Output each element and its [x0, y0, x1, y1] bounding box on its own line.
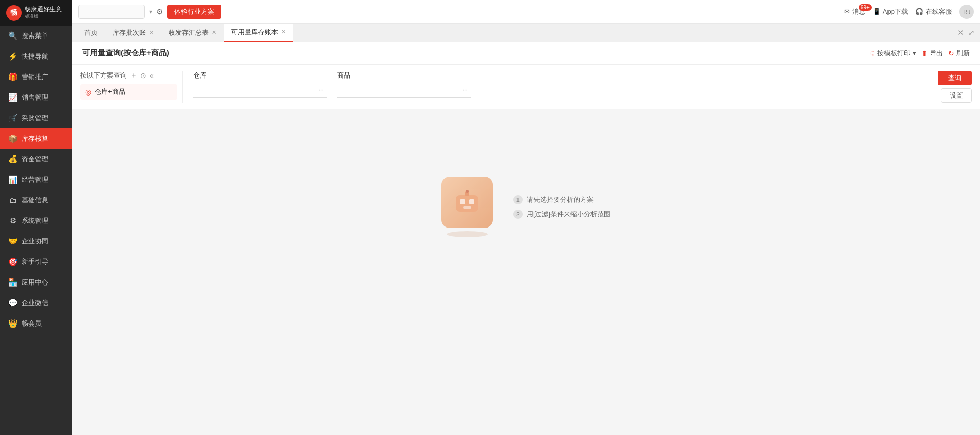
tab-label-home: 首页 [84, 28, 98, 37]
sidebar-item-purchase[interactable]: 🛒采购管理 [0, 108, 72, 128]
page-content: 可用量查询(按仓库+商品) 🖨 按模板打印 ▾ ⬆ 导出 ↻ 刷新 [72, 42, 980, 435]
sidebar-item-wechat[interactable]: 💬企业微信 [0, 293, 72, 313]
empty-state: 1 请先选择要分析的方案 2 用[过滤]条件来缩小分析范围 [72, 109, 980, 305]
tab-close-batch-ledger[interactable]: ✕ [149, 29, 154, 36]
close-window-icon[interactable]: ✕ [957, 28, 964, 37]
message-badge: 99+ [859, 4, 872, 11]
topbar-chevron-icon[interactable]: ▾ [149, 8, 152, 15]
topbar-online-service[interactable]: 🎧 在线客服 [915, 7, 952, 16]
sidebar-label-basic: 基础信息 [22, 196, 48, 205]
query-field-goods: 商品 ··· [337, 71, 471, 98]
query-actions: 查询 设置 [938, 71, 972, 103]
empty-hint-2: 2 用[过滤]条件来缩小分析范围 [513, 210, 611, 219]
window-controls: ✕ ⤢ [957, 28, 975, 37]
sidebar-item-membership[interactable]: 👑畅会员 [0, 313, 72, 334]
svg-rect-0 [456, 195, 478, 212]
sidebar-item-system[interactable]: ⚙系统管理 [0, 211, 72, 231]
svg-rect-1 [460, 199, 465, 204]
empty-hint-1: 1 请先选择要分析的方案 [513, 195, 611, 204]
sidebar-icon-search: 🔍 [8, 31, 17, 41]
tab-label-available-qty: 可用量库存账本 [231, 28, 278, 37]
sidebar-icon-system: ⚙ [8, 216, 17, 225]
sidebar-item-finance[interactable]: 💰资金管理 [0, 149, 72, 169]
sidebar-label-onboarding: 新手引导 [22, 257, 48, 267]
query-field-warehouse: 仓库 ··· [193, 71, 327, 98]
scheme-item-warehouse-goods[interactable]: ◎ 仓库+商品 [80, 84, 177, 100]
sidebar-label-system: 系统管理 [22, 216, 48, 225]
sidebar-icon-onboarding: 🎯 [8, 257, 17, 267]
sidebar-item-basic[interactable]: 🗂基础信息 [0, 190, 72, 211]
export-icon: ⬆ [921, 49, 928, 58]
topbar-right: ✉ 消息 99+ 📱 App下载 🎧 在线客服 Rit [844, 5, 974, 19]
empty-hint-1-text: 请先选择要分析的方案 [527, 195, 594, 204]
sidebar-item-quick-nav[interactable]: ⚡快捷导航 [0, 46, 72, 67]
settings-button[interactable]: 设置 [941, 88, 972, 103]
sidebar-icon-membership: 👑 [8, 319, 17, 328]
trial-industry-button[interactable]: 体验行业方案 [167, 5, 221, 19]
field-goods-label: 商品 [337, 71, 471, 80]
sidebar-item-search[interactable]: 🔍搜索菜单 [0, 26, 72, 46]
logo-badge: 标准版 [25, 13, 62, 20]
settings-scheme-icon[interactable]: ⊙ [140, 71, 146, 80]
sidebar-item-inventory[interactable]: 📦库存核算 [0, 128, 72, 149]
tab-batch-ledger[interactable]: 库存批次账✕ [105, 24, 161, 42]
sidebar-icon-sales: 📈 [8, 93, 17, 102]
topbar-app-download[interactable]: 📱 App下载 [873, 7, 908, 16]
sidebar-icon-purchase: 🛒 [8, 114, 17, 123]
field-goods-input[interactable]: ··· [337, 82, 471, 98]
tab-label-batch-ledger: 库存批次账 [113, 28, 146, 37]
add-scheme-icon[interactable]: ＋ [130, 71, 137, 80]
scheme-item-label: 仓库+商品 [95, 87, 125, 97]
query-section-title: 按以下方案查询 [80, 71, 127, 80]
empty-robot-icon [441, 177, 493, 228]
tab-close-receipt-summary[interactable]: ✕ [212, 29, 216, 36]
refresh-button[interactable]: ↻ 刷新 [948, 49, 970, 58]
sidebar-label-quick-nav: 快捷导航 [22, 52, 48, 61]
goods-more-icon[interactable]: ··· [462, 86, 468, 93]
query-button[interactable]: 查询 [938, 71, 972, 85]
field-warehouse-label: 仓库 [193, 71, 327, 80]
topbar-gear-icon[interactable]: ⚙ [156, 7, 163, 16]
topbar-search-input[interactable] [78, 5, 145, 19]
page-header-actions: 🖨 按模板打印 ▾ ⬆ 导出 ↻ 刷新 [868, 49, 970, 58]
sidebar-item-enterprise[interactable]: 🤝企业协同 [0, 231, 72, 252]
svg-rect-3 [463, 206, 471, 209]
sidebar-icon-appstore: 🏪 [8, 278, 17, 287]
sidebar-item-marketing[interactable]: 🎁营销推广 [0, 67, 72, 87]
print-chevron-icon: ▾ [913, 49, 916, 57]
sidebar-item-operations[interactable]: 📊经营管理 [0, 169, 72, 190]
print-icon: 🖨 [868, 49, 875, 58]
print-template-button[interactable]: 🖨 按模板打印 ▾ [868, 49, 916, 58]
tabbar: 首页库存批次账✕收发存汇总表✕可用量库存账本✕ ✕ ⤢ [72, 24, 980, 42]
user-avatar[interactable]: Rit [959, 5, 974, 19]
sidebar-label-inventory: 库存核算 [22, 134, 48, 143]
warehouse-more-icon[interactable]: ··· [318, 86, 324, 93]
sidebar-item-appstore[interactable]: 🏪应用中心 [0, 272, 72, 293]
collapse-scheme-icon[interactable]: « [150, 71, 154, 80]
svg-point-5 [466, 190, 469, 193]
sidebar-label-finance: 资金管理 [22, 155, 48, 164]
field-warehouse-input[interactable]: ··· [193, 82, 327, 98]
empty-shadow [447, 231, 488, 237]
topbar-message[interactable]: ✉ 消息 99+ [844, 7, 865, 16]
tab-receipt-summary[interactable]: 收发存汇总表✕ [161, 24, 224, 42]
logo-icon: 畅 [6, 5, 22, 21]
maximize-window-icon[interactable]: ⤢ [968, 28, 975, 37]
sidebar-item-sales[interactable]: 📈销售管理 [0, 87, 72, 108]
sidebar-nav: 🔍搜索菜单⚡快捷导航🎁营销推广📈销售管理🛒采购管理📦库存核算💰资金管理📊经营管理… [0, 26, 72, 435]
tab-close-available-qty[interactable]: ✕ [281, 29, 286, 35]
empty-hints: 1 请先选择要分析的方案 2 用[过滤]条件来缩小分析范围 [513, 195, 611, 219]
topbar: ▾ ⚙ 体验行业方案 ✉ 消息 99+ 📱 App下载 🎧 在线客服 Rit [72, 0, 980, 24]
tab-available-qty[interactable]: 可用量库存账本✕ [224, 24, 293, 42]
sidebar-icon-quick-nav: ⚡ [8, 52, 17, 61]
sidebar-item-onboarding[interactable]: 🎯新手引导 [0, 252, 72, 272]
tab-home[interactable]: 首页 [77, 24, 105, 42]
query-area: 按以下方案查询 ＋ ⊙ « ◎ 仓库+商品 仓库 ··· [72, 65, 980, 109]
export-button[interactable]: ⬆ 导出 [921, 49, 943, 58]
logo-name: 畅康通好生意 [25, 6, 62, 14]
page-title: 可用量查询(按仓库+商品) [82, 48, 169, 58]
sidebar-icon-enterprise: 🤝 [8, 237, 17, 246]
sidebar-icon-marketing: 🎁 [8, 72, 17, 82]
scheme-item-icon: ◎ [85, 88, 91, 96]
main-content: ▾ ⚙ 体验行业方案 ✉ 消息 99+ 📱 App下载 🎧 在线客服 Rit [72, 0, 980, 435]
